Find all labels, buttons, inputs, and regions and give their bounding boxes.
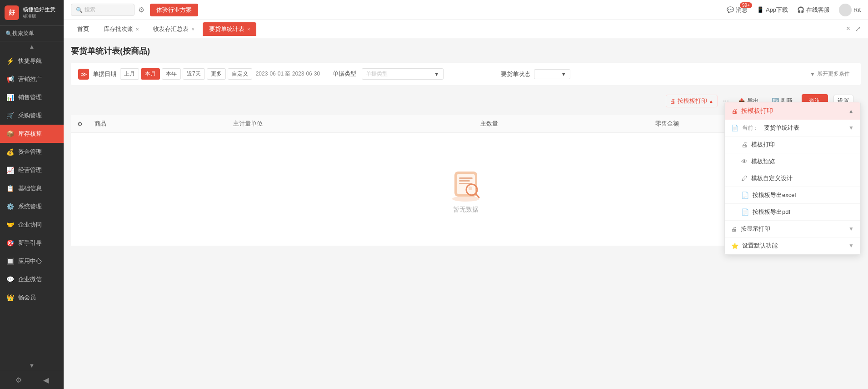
footer-settings-btn[interactable]: ⚙ <box>15 376 22 384</box>
logo-area: 好 畅捷通好生意 标准版 <box>0 0 64 26</box>
current-template-item[interactable]: 📄 当前： 要货单统计表 ▼ <box>725 120 860 136</box>
tab-collect-summary-close[interactable]: × <box>191 26 194 32</box>
order-status-label: 要货单状态 <box>501 70 530 78</box>
quick-nav-icon: ⚡ <box>5 56 15 66</box>
sidebar-item-operation[interactable]: 📈 经营管理 <box>0 161 64 179</box>
sidebar-item-guide[interactable]: 🎯 新手引导 <box>0 234 64 252</box>
sidebar-search[interactable]: 🔍 搜索菜单 <box>0 26 64 41</box>
message-icon: 💬 <box>727 6 734 13</box>
footer-collapse-btn[interactable]: ◀ <box>43 376 49 384</box>
svg-point-8 <box>469 187 472 190</box>
date-btn-last-month[interactable]: 上月 <box>120 68 139 80</box>
sidebar-item-member[interactable]: 👑 畅会员 <box>0 288 64 307</box>
col-quantity: 主数量 <box>475 115 650 133</box>
sidebar-footer: ⚙ ◀ <box>0 371 64 389</box>
sidebar-item-marketing[interactable]: 📢 营销推广 <box>0 70 64 88</box>
guide-icon: 🎯 <box>5 238 15 248</box>
window-resize-btn[interactable]: ⤢ <box>855 25 861 33</box>
tab-inventory-batch[interactable]: 库存批次账 × <box>97 22 145 36</box>
current-template-icon: 📄 <box>731 125 738 131</box>
date-btn-more[interactable]: 更多 <box>207 68 226 80</box>
tab-inventory-batch-close[interactable]: × <box>136 26 139 32</box>
date-btn-7days[interactable]: 近7天 <box>183 68 205 80</box>
user-avatar[interactable]: Rit <box>839 4 861 16</box>
export-pdf-icon: 📄 <box>741 208 749 216</box>
content-area: 要货单统计表(按商品) ≫ 单据日期 上月 本月 本年 近7天 更多 自定义 2… <box>64 38 868 389</box>
dropdown-item-template-preview[interactable]: 👁 模板预览 <box>725 153 860 170</box>
sidebar-item-apps[interactable]: 🔲 应用中心 <box>0 252 64 270</box>
order-status-chevron: ▼ <box>561 71 566 77</box>
order-status-select[interactable]: ▼ <box>534 69 570 79</box>
sidebar-item-quick-nav[interactable]: ⚡ 快捷导航 <box>0 52 64 70</box>
date-filter-label: 单据日期 <box>93 70 116 78</box>
current-template-label-area: 📄 当前： 要货单统计表 <box>731 124 799 132</box>
dropdown-print-icon: 🖨 <box>731 107 738 115</box>
scroll-up-btn[interactable]: ▲ <box>0 41 64 52</box>
online-service-btn[interactable]: 🎧 在线客服 <box>797 6 830 14</box>
sidebar-item-purchase[interactable]: 🛒 采购管理 <box>0 106 64 125</box>
tabs-bar: 首页 库存批次账 × 收发存汇总表 × 要货单统计表 × × ⤢ <box>64 20 868 38</box>
sidebar-item-sales[interactable]: 📊 销售管理 <box>0 88 64 106</box>
col-unit: 主计量单位 <box>228 115 475 133</box>
date-btn-this-year[interactable]: 本年 <box>162 68 181 80</box>
logo-icon: 好 <box>5 5 19 20</box>
date-buttons: 上月 本月 本年 近7天 更多 自定义 2023-06-01 至 2023-06… <box>120 68 320 80</box>
window-close-btn[interactable]: × <box>846 25 850 33</box>
tab-home[interactable]: 首页 <box>71 22 95 36</box>
inventory-icon: 📦 <box>5 129 15 138</box>
dropdown-item-template-print[interactable]: 🖨 模板打印 <box>725 136 860 153</box>
member-icon: 👑 <box>5 293 15 302</box>
purchase-icon: 🛒 <box>5 111 15 120</box>
service-icon: 🎧 <box>797 6 804 13</box>
dropdown-section-set-default[interactable]: ⭐ 设置默认功能 ▼ <box>725 237 860 254</box>
svg-rect-3 <box>459 177 473 179</box>
trial-button[interactable]: 体验行业方案 <box>150 4 198 16</box>
col-settings[interactable]: ⚙ <box>71 115 89 133</box>
tab-collect-summary[interactable]: 收发存汇总表 × <box>147 22 200 36</box>
dropdown-item-template-export-pdf[interactable]: 📄 按模板导出pdf <box>725 204 860 221</box>
set-default-chevron: ▼ <box>848 242 854 249</box>
sidebar-item-inventory[interactable]: 📦 库存核算 <box>0 125 64 143</box>
collab-icon: 🤝 <box>5 220 15 229</box>
scroll-down-btn[interactable]: ▼ <box>0 360 64 371</box>
app-download-btn[interactable]: 📱 App下载 <box>757 6 788 14</box>
sidebar: 好 畅捷通好生意 标准版 🔍 搜索菜单 ▲ ⚡ 快捷导航 📢 营销推广 📊 销售… <box>0 0 64 389</box>
tab-order-stats[interactable]: 要货单统计表 × <box>203 22 256 36</box>
dropdown-section-display-print[interactable]: 🖨 按显示打印 ▼ <box>725 221 860 237</box>
window-controls: × ⤢ <box>846 25 861 33</box>
filter-bar: ≫ 单据日期 上月 本月 本年 近7天 更多 自定义 2023-06-01 至 … <box>71 63 861 85</box>
sidebar-item-finance[interactable]: 💰 资金管理 <box>0 143 64 161</box>
sidebar-item-wechat[interactable]: 💬 企业微信 <box>0 270 64 288</box>
dropdown-up-chevron[interactable]: ▲ <box>848 108 854 115</box>
tab-order-stats-close[interactable]: × <box>247 26 250 32</box>
svg-rect-4 <box>459 180 470 182</box>
empty-illustration <box>445 165 486 206</box>
print-btn[interactable]: 🖨 按模板打印 ▲ <box>666 95 718 107</box>
dropdown-title-area: 🖨 按模板打印 <box>731 107 773 115</box>
order-type-label: 单据类型 <box>333 70 356 77</box>
message-btn[interactable]: 💬 消息 99+ <box>727 6 748 14</box>
filter-toggle-btn[interactable]: ≫ <box>78 69 89 80</box>
page-title: 要货单统计表(按商品) <box>71 45 861 56</box>
basic-icon: 📋 <box>5 184 15 193</box>
dropdown-header-controls: ▲ <box>848 108 854 115</box>
sidebar-item-collab[interactable]: 🤝 企业协同 <box>0 216 64 234</box>
main-area: 🔍 搜索 ⚙ 体验行业方案 💬 消息 99+ 📱 App下载 🎧 在线客服 Ri… <box>64 0 868 389</box>
date-btn-custom[interactable]: 自定义 <box>228 68 252 80</box>
template-design-icon: 🖊 <box>741 175 748 182</box>
topbar-gear-icon[interactable]: ⚙ <box>138 5 145 14</box>
expand-conditions-btn[interactable]: ▼ 展开更多条件 <box>806 69 853 79</box>
system-icon: ⚙️ <box>5 202 15 211</box>
svg-point-0 <box>452 196 479 202</box>
sidebar-menu: ⚡ 快捷导航 📢 营销推广 📊 销售管理 🛒 采购管理 📦 库存核算 💰 资金管… <box>0 52 64 360</box>
order-type-select[interactable]: 单据类型 ▼ <box>362 68 444 80</box>
topbar-search[interactable]: 🔍 搜索 <box>71 4 135 16</box>
template-print-icon: 🖨 <box>741 141 748 148</box>
dropdown-item-template-export-excel[interactable]: 📄 按模板导出excel <box>725 187 860 204</box>
dropdown-item-template-design[interactable]: 🖊 模板自定义设计 <box>725 170 860 187</box>
date-btn-this-month[interactable]: 本月 <box>141 68 160 80</box>
avatar-img <box>839 4 852 16</box>
empty-text: 暂无数据 <box>453 206 479 214</box>
sidebar-item-basic[interactable]: 📋 基础信息 <box>0 179 64 197</box>
sidebar-item-system[interactable]: ⚙️ 系统管理 <box>0 197 64 216</box>
